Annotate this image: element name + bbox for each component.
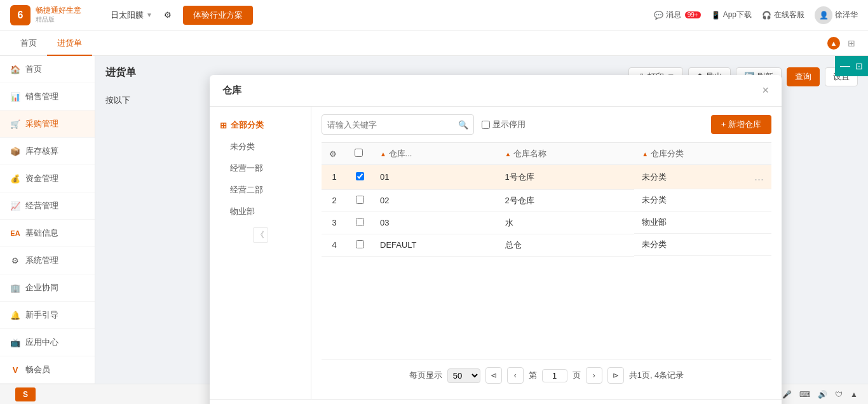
th-gear-icon[interactable]: ⚙ xyxy=(329,149,337,159)
category-item-ops2[interactable]: 经营二部 xyxy=(210,179,311,201)
trial-button[interactable]: 体验行业方案 xyxy=(183,6,253,25)
logo-area: 6 畅捷通好生意 精品版 xyxy=(10,5,105,25)
search-icon[interactable]: 🔍 xyxy=(458,120,468,130)
th-category: ▲ 仓库分类 xyxy=(634,143,771,165)
phone-icon: 📱 xyxy=(711,11,721,20)
minimize-icon[interactable]: — xyxy=(840,60,850,72)
maximize-icon[interactable]: ⊡ xyxy=(855,61,863,71)
sidebar-item-vip-label: 畅会员 xyxy=(25,364,50,375)
row-code: DEFAULT xyxy=(372,234,498,256)
category-item-ops1[interactable]: 经营一部 xyxy=(210,158,311,179)
table-row[interactable]: 3 03 水 物业部 xyxy=(322,212,771,234)
modal-close-btn[interactable]: × xyxy=(762,84,769,97)
sidebar-item-finance[interactable]: 💰 资金管理 xyxy=(0,165,95,192)
settings-btn[interactable]: ⚙ xyxy=(158,5,178,25)
online-service-item[interactable]: 🎧 在线客服 xyxy=(762,10,804,20)
table-row[interactable]: 2 02 2号仓库 未分类 xyxy=(322,189,771,212)
row-num: 4 xyxy=(322,234,347,256)
sidebar-item-system[interactable]: ⚙ 系统管理 xyxy=(0,247,95,274)
show-disabled-text: 显示停用 xyxy=(492,119,526,130)
message-label: 消息 xyxy=(666,10,681,20)
store-selector[interactable]: 日太阳膜 ▼ xyxy=(111,10,153,21)
warehouse-table: ⚙ ▲ 仓库... ▲ xyxy=(322,142,771,257)
status-shield[interactable]: 🛡 xyxy=(835,390,843,399)
sidebar-item-vip[interactable]: V 畅会员 xyxy=(0,356,95,384)
row-checkbox[interactable] xyxy=(356,218,364,226)
add-warehouse-btn[interactable]: + 新增仓库 xyxy=(711,115,771,134)
sidebar-item-guide[interactable]: 🔔 新手引导 xyxy=(0,302,95,329)
status-mic[interactable]: 🎤 xyxy=(782,390,792,399)
top-header: 6 畅捷通好生意 精品版 日太阳膜 ▼ ⚙ 体验行业方案 💬 消息 99+ 📱 … xyxy=(0,0,868,30)
warehouse-modal: 仓库 × ⊞ 全部分类 未分类 经营一部 经营二部 物业部 《 xyxy=(210,75,782,404)
page-number-input[interactable] xyxy=(542,369,567,382)
row-num: 1 xyxy=(322,165,347,190)
message-item[interactable]: 💬 消息 99+ xyxy=(654,10,701,20)
sidebar-item-basic[interactable]: EA 基础信息 xyxy=(0,220,95,247)
collapse-nav-btn[interactable]: ▲ xyxy=(827,37,840,50)
sidebar-item-appstore[interactable]: 📺 应用中心 xyxy=(0,329,95,356)
th-name: ▲ 仓库名称 xyxy=(498,143,635,165)
content-area: 进货单 🖨 打印 ▼ ⬆ 导出 🔄 刷新 xyxy=(95,56,868,404)
sidebar-item-guide-label: 新手引导 xyxy=(25,309,58,321)
sidebar-item-sales[interactable]: 📊 销售管理 xyxy=(0,83,95,111)
sidebar-item-inventory[interactable]: 📦 库存核算 xyxy=(0,138,95,165)
filter-label: 按以下 xyxy=(105,95,130,106)
page-last-btn[interactable]: ⊳ xyxy=(607,367,624,384)
nav-tab-home[interactable]: 首页 xyxy=(10,30,47,56)
show-disabled-checkbox[interactable] xyxy=(482,121,490,129)
th-select-all[interactable] xyxy=(355,149,363,157)
sidebar-item-operations-label: 经营管理 xyxy=(25,200,58,212)
row-checkbox[interactable] xyxy=(356,196,364,204)
row-checkbox[interactable] xyxy=(356,240,364,248)
app-download-item[interactable]: 📱 App下载 xyxy=(711,10,752,20)
page-prev-btn[interactable]: ‹ xyxy=(507,367,524,384)
row-checkbox-cell xyxy=(347,189,372,212)
per-page-select[interactable]: 10 20 50 100 xyxy=(447,368,480,383)
expand-nav-btn[interactable]: ⊞ xyxy=(845,37,858,50)
search-input[interactable] xyxy=(327,120,458,130)
collapse-category-btn[interactable]: 《 xyxy=(253,227,268,243)
table-row[interactable]: 4 DEFAULT 总仓 未分类 xyxy=(322,234,771,256)
online-service-label: 在线客服 xyxy=(774,10,804,20)
sidebar-item-appstore-label: 应用中心 xyxy=(25,337,58,348)
status-arrow[interactable]: ▲ xyxy=(850,390,858,399)
page-first-btn[interactable]: ⊲ xyxy=(485,367,502,384)
row-category: 未分类 ... xyxy=(634,165,771,189)
row-code: 03 xyxy=(372,212,498,234)
sidebar-item-home[interactable]: 🏠 首页 xyxy=(0,56,95,83)
row-category: 未分类 xyxy=(634,234,771,256)
user-item[interactable]: 👤 徐泽华 xyxy=(815,6,858,24)
row-more-dots[interactable]: ... xyxy=(754,170,764,184)
th-name-sort-icon: ▲ xyxy=(505,151,512,158)
status-speaker[interactable]: 🔊 xyxy=(818,390,827,399)
header-right: 💬 消息 99+ 📱 App下载 🎧 在线客服 👤 徐泽华 xyxy=(654,6,858,24)
page-title: 进货单 xyxy=(105,66,136,79)
th-settings: ⚙ xyxy=(322,143,347,165)
modal-header: 仓库 × xyxy=(210,75,782,107)
category-all[interactable]: ⊞ 全部分类 xyxy=(210,114,311,136)
system-icon: ⚙ xyxy=(10,255,20,266)
total-text: 共1页, 4条记录 xyxy=(629,370,684,381)
nav-tab-purchase[interactable]: 进货单 xyxy=(47,30,92,56)
page-next-btn[interactable]: › xyxy=(586,367,602,384)
modal-footer: 取消 确定 xyxy=(210,399,782,404)
category-item-property[interactable]: 物业部 xyxy=(210,201,311,222)
guide-icon: 🔔 xyxy=(10,310,20,320)
sidebar-item-purchase[interactable]: 🛒 采购管理 xyxy=(0,111,95,138)
category-item-uncategorized[interactable]: 未分类 xyxy=(210,136,311,158)
sidebar-item-inventory-label: 库存核算 xyxy=(25,145,58,157)
table-row[interactable]: 1 01 1号仓库 未分类 ... xyxy=(322,165,771,190)
sidebar-item-enterprise[interactable]: 🏢 企业协同 xyxy=(0,274,95,302)
purchase-icon: 🛒 xyxy=(10,119,20,129)
row-name: 2号仓库 xyxy=(498,189,635,212)
row-code: 02 xyxy=(372,189,498,212)
row-checkbox[interactable] xyxy=(356,172,364,180)
enterprise-icon: 🏢 xyxy=(10,283,20,293)
category-panel: ⊞ 全部分类 未分类 经营一部 经营二部 物业部 《 xyxy=(210,107,311,399)
appstore-icon: 📺 xyxy=(10,337,20,347)
per-page-select-wrap: 10 20 50 100 xyxy=(447,368,480,383)
sidebar-item-operations[interactable]: 📈 经营管理 xyxy=(0,192,95,220)
query-btn[interactable]: 查询 xyxy=(787,67,820,86)
status-keyboard[interactable]: ⌨ xyxy=(799,390,810,399)
grid-icon: ⊞ xyxy=(220,121,227,130)
